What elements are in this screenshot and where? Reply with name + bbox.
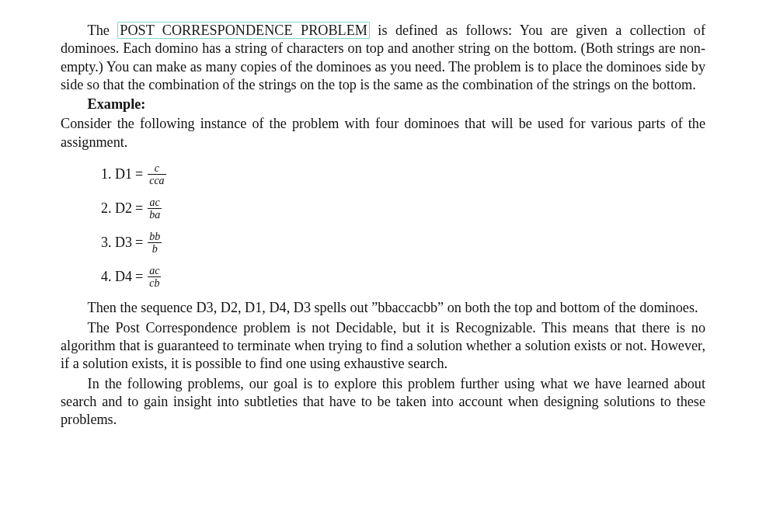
page: The POST CORRESPONDENCE PROBLEM is defin… xyxy=(0,0,766,447)
domino-top: bb xyxy=(148,231,162,243)
domino-bottom: cca xyxy=(148,175,165,186)
domino-top: ac xyxy=(148,265,161,277)
domino-top: ac xyxy=(148,196,162,209)
equals-sign: = xyxy=(135,200,143,217)
domino-item-4: D4 = ac cb xyxy=(115,265,705,288)
domino-fraction: c cca xyxy=(148,162,165,186)
intro-text-a: The xyxy=(88,23,118,38)
equals-sign: = xyxy=(135,166,143,183)
domino-name: D1 xyxy=(115,166,132,183)
pcp-link[interactable]: POST CORRESPONDENCE PROBLEM xyxy=(117,22,370,39)
intro-paragraph: The POST CORRESPONDENCE PROBLEM is defin… xyxy=(61,22,705,94)
domino-name: D2 xyxy=(115,200,132,217)
domino-bottom: b xyxy=(148,243,162,255)
domino-fraction: ac ba xyxy=(148,196,162,220)
domino-name: D4 xyxy=(115,269,132,285)
domino-item-2: D2 = ac ba xyxy=(115,196,705,220)
domino-top: c xyxy=(148,162,165,175)
domino-fraction: ac cb xyxy=(148,265,161,288)
example-heading-line: Example: xyxy=(61,96,705,113)
equals-sign: = xyxy=(135,269,143,285)
example-label: Example: xyxy=(88,96,146,112)
domino-list: D1 = c cca D2 = ac ba D3 = xyxy=(61,162,705,288)
sequence-paragraph: Then the sequence D3, D2, D1, D4, D3 spe… xyxy=(61,299,705,317)
example-intro: Consider the following instance of the p… xyxy=(61,115,705,151)
equals-sign: = xyxy=(135,235,143,251)
domino-fraction: bb b xyxy=(148,231,162,254)
goal-paragraph: In the following problems, our goal is t… xyxy=(61,375,705,429)
domino-item-3: D3 = bb b xyxy=(115,231,705,254)
domino-item-1: D1 = c cca xyxy=(115,162,705,186)
domino-bottom: ba xyxy=(148,209,162,221)
domino-name: D3 xyxy=(115,235,132,251)
domino-bottom: cb xyxy=(148,277,161,289)
decidability-paragraph: The Post Correspondence problem is not D… xyxy=(61,319,705,374)
